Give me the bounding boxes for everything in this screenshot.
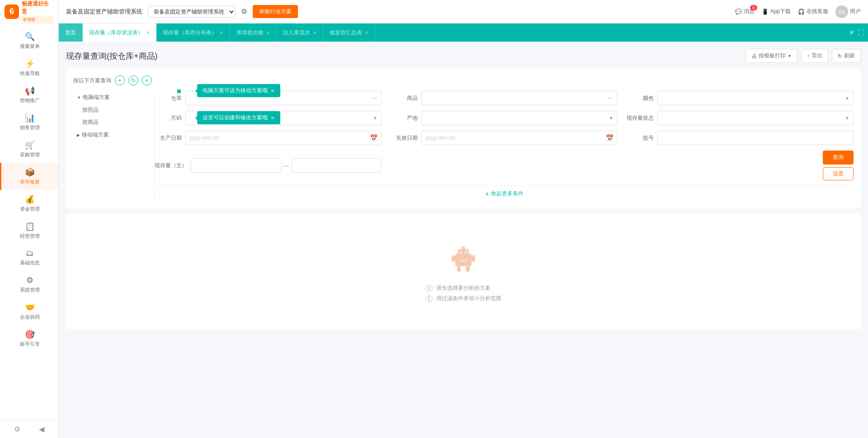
filter-refresh-button[interactable]: ↻ — [128, 75, 138, 85]
tooltip-pc-text: 电脑方案可设为移动方案哦 — [203, 87, 268, 94]
sidebar-item-system[interactable]: ⚙ 系统管理 — [0, 271, 58, 298]
filter-color-row: 颜色 ▼ — [627, 91, 854, 105]
tab-inventory-status[interactable]: 现存量（库存状况表） ✕ — [83, 24, 156, 42]
range-separator: — — [283, 162, 289, 169]
solution-button[interactable]: 体验行业方案 — [253, 5, 298, 18]
tab-close-inventory-status[interactable]: ✕ — [146, 30, 150, 35]
sidebar-item-purchase[interactable]: 🛒 采购管理 — [0, 136, 58, 163]
produce-date-input[interactable]: yyyy-mm-dd 📅 — [185, 131, 382, 145]
template-print-button[interactable]: 🖨 按模板打印 ▼ — [745, 49, 797, 63]
sidebar-item-sales[interactable]: 📊 销售管理 — [0, 108, 58, 136]
mobile-scheme-expand-icon: ▶ — [77, 133, 80, 137]
expire-date-label: 失效日期 — [391, 134, 418, 142]
app-download-button[interactable]: 📱 App下载 — [762, 8, 791, 15]
sidebar-item-search[interactable]: 🔍 搜索菜单 — [0, 27, 58, 54]
sales-icon: 📊 — [25, 113, 35, 123]
warehouse-label: 仓库 — [155, 94, 182, 102]
stock-main-min-input[interactable] — [191, 158, 282, 173]
tab-home[interactable]: 首页 — [59, 24, 83, 42]
online-support-button[interactable]: 🎧 在线客服 — [798, 8, 828, 15]
sidebar-item-basic[interactable]: 🗂 基础信息 — [0, 244, 58, 271]
produce-calendar-icon[interactable]: 📅 — [370, 134, 377, 141]
svg-rect-10 — [457, 266, 461, 272]
size-label: 尺码 — [155, 114, 182, 122]
tab-close-batch[interactable]: ✕ — [266, 30, 270, 35]
tab-bar-right: ✕ ⛶ — [849, 29, 868, 36]
pc-scheme-title[interactable]: ▼ 电脑端方案 — [73, 91, 149, 104]
notification-badge: 6 — [750, 5, 757, 10]
produce-date-label: 生产日期 — [155, 134, 182, 142]
sidebar-item-enterprise[interactable]: 🤝 企业协同 — [0, 298, 58, 325]
tooltip-pc-scheme: 电脑方案可设为移动方案哦 ✕ — [197, 84, 280, 97]
sidebar-item-guide[interactable]: 🎯 新手引导 — [0, 325, 58, 352]
pc-scheme-expand-icon: ▼ — [77, 95, 81, 100]
filter-scheme-panel: ▼ 电脑端方案 按照品 按商品 ▶ 移动端方案 — [73, 91, 155, 201]
color-dropdown-icon: ▼ — [845, 96, 849, 101]
color-select[interactable]: ▼ — [657, 91, 854, 105]
reset-button[interactable]: 设置 — [823, 167, 854, 180]
tab-flow[interactable]: 出入库流水 ✕ — [277, 24, 323, 42]
tab-batch[interactable]: 库存批次账 ✕ — [230, 24, 277, 42]
tab-inventory-dist[interactable]: 现存量（库存分布表） ✕ — [156, 24, 230, 42]
collapse-button[interactable]: ∧ 收起更多条件 — [155, 186, 854, 201]
tooltip-create-close[interactable]: ✕ — [270, 115, 275, 121]
filter-empty-cell — [391, 151, 618, 180]
sidebar-item-inventory[interactable]: 📦 库存核算 — [0, 163, 58, 190]
phone-icon: 📱 — [762, 9, 769, 15]
goods-select[interactable]: ··· — [421, 91, 618, 105]
dropdown-arrow-icon: ▼ — [788, 54, 792, 58]
collapse-sidebar-icon[interactable]: ◀ — [39, 425, 44, 433]
origin-label: 产地 — [391, 114, 418, 122]
guide-icon: 🎯 — [25, 330, 35, 339]
warehouse-dots: ··· — [372, 94, 377, 102]
quicknav-icon: ⚡ — [25, 59, 35, 69]
tab-close-flow[interactable]: ✕ — [313, 30, 316, 35]
mobile-scheme-group: ▶ 移动端方案 — [73, 128, 149, 141]
filter-back-button[interactable]: « — [142, 75, 152, 85]
sidebar-item-operations[interactable]: 📋 经营管理 — [0, 217, 58, 244]
origin-select[interactable]: ▼ — [421, 111, 618, 125]
settings-icon[interactable]: ⚙ — [14, 425, 20, 433]
app-logo: 6 畅捷通好生意 标准版 — [0, 0, 58, 24]
tab-close-summary[interactable]: ✕ — [365, 30, 368, 35]
filter-header: 按以下方案查询 ＋ ↻ « — [73, 75, 854, 85]
export-icon: ↑ — [807, 53, 810, 59]
stock-status-label: 现存量状态 — [627, 114, 654, 122]
sidebar-item-marketing[interactable]: 📢 营销推广 — [0, 81, 58, 108]
system-selector[interactable]: 装备及固定资产辅助管理系统 — [148, 6, 236, 18]
purchase-icon: 🛒 — [25, 140, 35, 150]
expire-calendar-icon[interactable]: 📅 — [606, 134, 613, 141]
header-gear-icon[interactable]: ⚙ — [241, 7, 247, 16]
empty-tips: 1 请先选择要分析的方案 2 用过滤条件来缩小分析范围 — [425, 284, 501, 302]
sidebar-item-finance[interactable]: 💰 资金管理 — [0, 190, 58, 217]
filter-produce-date-row: 生产日期 yyyy-mm-dd 📅 — [155, 131, 382, 145]
export-button[interactable]: ↑ 导出 — [801, 49, 828, 63]
expire-date-input[interactable]: yyyy-mm-dd 📅 — [421, 131, 618, 145]
batch-input[interactable] — [657, 131, 854, 145]
main-inner: 现存量查询(按仓库+商品) 🖨 按模板打印 ▼ ↑ 导出 ↻ 刷新 — [59, 42, 868, 337]
header: 装备及固定资产辅助管理系统 装备及固定资产辅助管理系统 ⚙ 体验行业方案 💬 消… — [59, 0, 868, 24]
scheme-sub-item-2[interactable]: 按商品 — [73, 116, 149, 128]
tab-summary[interactable]: 收发存汇总表 ✕ — [323, 24, 375, 42]
tooltip-pc-close[interactable]: ✕ — [270, 88, 275, 94]
system-icon: ⚙ — [26, 275, 33, 285]
stock-main-max-input[interactable] — [291, 158, 382, 173]
filter-add-scheme-button[interactable]: ＋ — [115, 75, 125, 85]
user-menu[interactable]: Ea 用户 — [835, 5, 861, 18]
empty-tip-1: 1 请先选择要分析的方案 — [425, 284, 501, 292]
svg-rect-8 — [452, 255, 455, 262]
tab-close-all-icon[interactable]: ✕ — [849, 29, 854, 36]
scheme-sub-item-1[interactable]: 按照品 — [73, 104, 149, 116]
stock-status-select[interactable]: ▼ — [657, 111, 854, 125]
search-button[interactable]: 查询 — [823, 151, 854, 165]
tab-fullscreen-icon[interactable]: ⛶ — [858, 29, 864, 36]
print-icon: 🖨 — [751, 53, 757, 59]
notification-button[interactable]: 💬 消息 6 — [735, 8, 755, 15]
mobile-scheme-title[interactable]: ▶ 移动端方案 — [73, 128, 149, 141]
sidebar-item-quicknav[interactable]: ⚡ 快速导航 — [0, 54, 58, 81]
tip-num-2: 2 — [425, 295, 433, 302]
goods-dots: ··· — [608, 94, 613, 102]
filter-expire-date-row: 失效日期 yyyy-mm-dd 📅 — [391, 131, 618, 145]
refresh-button[interactable]: ↻ 刷新 — [832, 49, 861, 63]
tab-close-inventory-dist[interactable]: ✕ — [220, 30, 223, 35]
